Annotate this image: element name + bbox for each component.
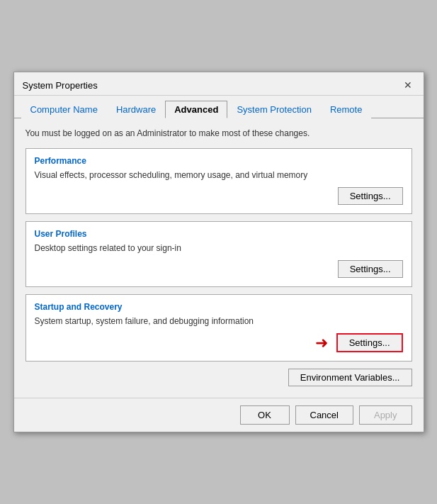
close-button[interactable]: ✕ xyxy=(401,78,415,92)
section-performance: PerformanceVisual effects, processor sch… xyxy=(25,148,412,214)
section-desc-startup_recovery: System startup, system failure, and debu… xyxy=(35,316,403,326)
tab-bar: Computer NameHardwareAdvancedSystem Prot… xyxy=(14,96,424,118)
settings-button-user_profiles[interactable]: Settings... xyxy=(338,260,403,278)
arrow-container: ➜Settings... xyxy=(315,333,403,352)
bottom-bar: OK Cancel Apply xyxy=(14,398,424,432)
section-title-startup_recovery: Startup and Recovery xyxy=(35,302,403,312)
section-title-user_profiles: User Profiles xyxy=(35,229,403,239)
red-arrow-icon: ➜ xyxy=(315,335,328,351)
section-startup_recovery: Startup and RecoverySystem startup, syst… xyxy=(25,294,412,362)
tab-computer-name[interactable]: Computer Name xyxy=(21,101,107,118)
settings-button-performance[interactable]: Settings... xyxy=(338,187,403,205)
section-desc-performance: Visual effects, processor scheduling, me… xyxy=(35,170,403,180)
ok-button[interactable]: OK xyxy=(240,405,290,425)
title-bar: System Properties ✕ xyxy=(14,72,424,96)
settings-button-startup_recovery[interactable]: Settings... xyxy=(336,333,403,352)
cancel-button[interactable]: Cancel xyxy=(295,405,353,425)
env-var-row: Environment Variables... xyxy=(25,369,412,386)
system-properties-window: System Properties ✕ Computer NameHardwar… xyxy=(13,72,424,432)
tab-advanced[interactable]: Advanced xyxy=(165,101,227,118)
section-user_profiles: User ProfilesDesktop settings related to… xyxy=(25,221,412,287)
section-desc-user_profiles: Desktop settings related to your sign-in xyxy=(35,243,403,253)
section-button-row-startup_recovery: ➜Settings... xyxy=(35,333,403,352)
sections-container: PerformanceVisual effects, processor sch… xyxy=(25,148,412,362)
window-title: System Properties xyxy=(23,80,98,91)
tab-remote[interactable]: Remote xyxy=(321,101,372,118)
section-button-row-performance: Settings... xyxy=(35,187,403,205)
section-title-performance: Performance xyxy=(35,156,403,166)
admin-notice: You must be logged on as an Administrato… xyxy=(25,127,412,140)
environment-variables-button[interactable]: Environment Variables... xyxy=(288,369,412,386)
section-button-row-user_profiles: Settings... xyxy=(35,260,403,278)
tab-system-protection[interactable]: System Protection xyxy=(227,101,321,118)
apply-button[interactable]: Apply xyxy=(359,405,412,425)
content-area: You must be logged on as an Administrato… xyxy=(14,118,424,398)
tab-hardware[interactable]: Hardware xyxy=(107,101,165,118)
